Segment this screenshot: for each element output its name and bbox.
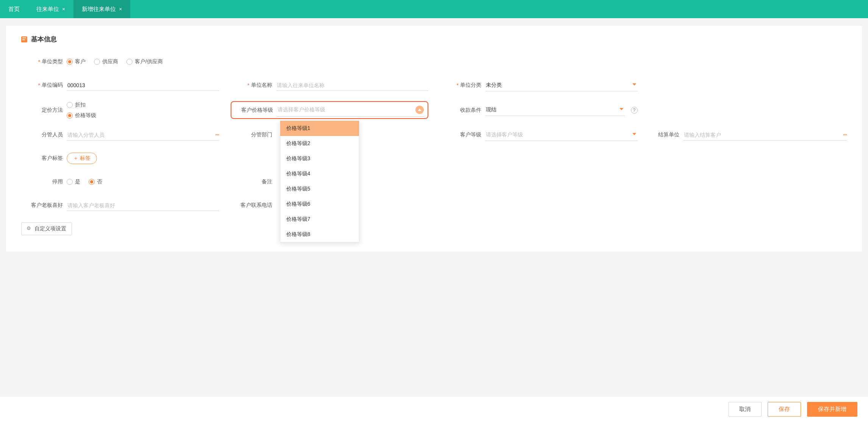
required-mark: * <box>38 82 40 88</box>
tab-bar: 首页 往来单位 × 新增往来单位 × <box>0 0 868 18</box>
label-assignee: 分管人员 <box>21 131 63 138</box>
field-price-level-wrap: 客户价格等级 请选择客户价格等级 价格等级1 价格等级2 价格等级3 价格等级4… <box>231 101 429 119</box>
price-level-select[interactable]: 请选择客户价格等级 <box>277 103 425 117</box>
receipt-condition-select[interactable]: 现结 <box>485 104 625 116</box>
unit-category-select[interactable]: 未分类 <box>485 80 638 91</box>
label-unit-code: * 单位编码 <box>21 82 63 89</box>
plus-icon: ＋ <box>73 155 78 162</box>
label-unit-category: * 单位分类 <box>440 82 481 89</box>
field-disabled: 停用 是 否 <box>21 174 219 189</box>
label-disabled: 停用 <box>21 178 63 185</box>
settle-unit-input[interactable] <box>683 130 841 140</box>
field-pricing-method: 定价方法 折扣 价格等级 <box>21 101 219 119</box>
form-section-icon <box>21 36 27 42</box>
radio-customer[interactable]: 客户 <box>67 58 86 65</box>
label-customer-tag: 客户标签 <box>21 155 63 162</box>
add-tag-button[interactable]: ＋ 标签 <box>67 153 97 164</box>
price-level-dropdown[interactable]: 价格等级1 价格等级2 价格等级3 价格等级4 价格等级5 价格等级6 价格等级… <box>280 120 359 242</box>
tab-contacts-list-label: 往来单位 <box>36 6 59 13</box>
label-boss-pref: 客户老板喜好 <box>21 202 63 209</box>
field-unit-category: * 单位分类 未分类 <box>440 78 638 93</box>
unit-name-input[interactable] <box>276 80 429 91</box>
field-custom-settings: 自定义项设置 <box>21 221 847 236</box>
radio-dot-icon <box>89 179 95 185</box>
radio-dot-icon <box>67 179 73 185</box>
price-level-option[interactable]: 价格等级8 <box>280 227 359 242</box>
radio-dot-icon <box>67 59 73 65</box>
price-level-option[interactable]: 价格等级7 <box>280 212 359 227</box>
radio-supplier[interactable]: 供应商 <box>94 58 118 65</box>
form-grid: * 单位类型 客户 供应商 客户/供应商 * <box>21 54 847 236</box>
radio-disabled-no[interactable]: 否 <box>89 178 102 185</box>
radio-discount[interactable]: 折扣 <box>67 102 219 108</box>
radio-price-level[interactable]: 价格等级 <box>67 112 219 119</box>
radio-dot-icon <box>67 102 73 108</box>
label-price-level: 客户价格等级 <box>233 107 273 114</box>
price-level-option[interactable]: 价格等级2 <box>280 136 359 151</box>
required-mark: * <box>457 82 459 88</box>
form-page: 基本信息 * 单位类型 客户 供应商 客户/供应商 <box>6 26 862 252</box>
tab-contacts-list[interactable]: 往来单位 × <box>28 0 73 18</box>
chevron-down-icon <box>632 132 637 138</box>
unit-code-input[interactable] <box>67 80 219 91</box>
field-unit-name: * 单位名称 <box>231 78 429 93</box>
customer-level-select[interactable]: 请选择客户等级 <box>485 129 638 141</box>
label-contact-phone: 客户联系电话 <box>231 202 272 209</box>
radio-dot-icon <box>126 59 133 65</box>
custom-fields-button[interactable]: 自定义项设置 <box>21 222 72 235</box>
field-receipt-condition: 收款条件 现结 ? <box>440 101 638 119</box>
radio-group-pricing: 折扣 价格等级 <box>67 102 219 119</box>
help-icon[interactable]: ? <box>631 107 638 114</box>
label-unit-type: * 单位类型 <box>21 58 63 65</box>
field-boss-pref: 客户老板喜好 <box>21 198 219 213</box>
field-assignee: 分管人员 ··· <box>21 127 219 142</box>
price-level-option[interactable]: 价格等级3 <box>280 151 359 166</box>
tab-home-label: 首页 <box>8 6 20 13</box>
label-pricing-method: 定价方法 <box>21 107 63 114</box>
section-title-basic: 基本信息 <box>21 35 847 44</box>
gear-icon <box>27 226 32 231</box>
label-department: 分管部门 <box>231 131 272 138</box>
radio-dot-icon <box>94 59 100 65</box>
field-price-level-highlight: 客户价格等级 请选择客户价格等级 价格等级1 价格等级2 价格等级3 价格等级4… <box>231 101 429 119</box>
label-unit-name: * 单位名称 <box>231 82 272 89</box>
price-level-option[interactable]: 价格等级1 <box>280 121 359 136</box>
tab-home[interactable]: 首页 <box>0 0 28 18</box>
price-level-option[interactable]: 价格等级5 <box>280 181 359 197</box>
label-receipt-condition: 收款条件 <box>440 107 481 114</box>
tab-new-contact-label: 新增往来单位 <box>82 6 116 13</box>
radio-group-unit-type: 客户 供应商 客户/供应商 <box>67 58 847 65</box>
close-icon[interactable]: × <box>62 6 65 12</box>
label-customer-level: 客户等级 <box>440 131 481 138</box>
field-settle-unit: 结算单位 ··· <box>649 127 847 142</box>
chevron-up-icon <box>415 106 424 114</box>
label-remark: 备注 <box>231 178 272 185</box>
tab-new-contact[interactable]: 新增往来单位 × <box>73 0 130 18</box>
more-icon[interactable]: ··· <box>843 131 847 138</box>
field-unit-code: * 单位编码 <box>21 78 219 93</box>
radio-customer-supplier[interactable]: 客户/供应商 <box>126 58 163 65</box>
radio-group-disabled: 是 否 <box>67 178 219 185</box>
price-level-option[interactable]: 价格等级6 <box>280 197 359 212</box>
required-mark: * <box>247 82 249 88</box>
chevron-down-icon <box>632 83 637 88</box>
radio-dot-icon <box>67 113 73 119</box>
close-icon[interactable]: × <box>119 6 122 12</box>
field-unit-type: * 单位类型 客户 供应商 客户/供应商 <box>21 54 847 69</box>
assignee-input[interactable] <box>67 130 213 140</box>
label-settle-unit: 结算单位 <box>649 131 679 138</box>
field-customer-level: 客户等级 请选择客户等级 <box>440 127 638 142</box>
more-icon[interactable]: ··· <box>215 131 219 138</box>
section-title-text: 基本信息 <box>31 35 57 44</box>
price-level-option[interactable]: 价格等级4 <box>280 166 359 181</box>
chevron-down-icon <box>619 107 624 113</box>
radio-disabled-yes[interactable]: 是 <box>67 178 80 185</box>
field-customer-tag: 客户标签 ＋ 标签 <box>21 151 847 166</box>
required-mark: * <box>38 59 40 65</box>
boss-pref-input[interactable] <box>67 200 219 211</box>
